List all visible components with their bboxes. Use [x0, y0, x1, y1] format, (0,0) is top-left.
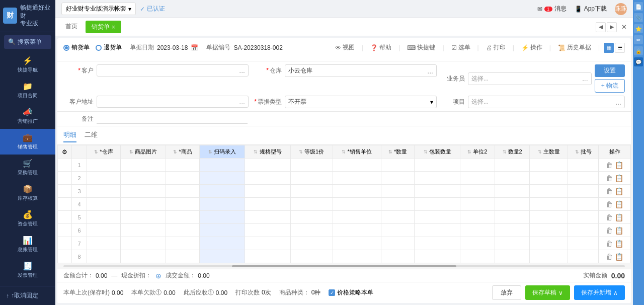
row-batch[interactable] [568, 211, 599, 224]
copy-row-icon[interactable]: 📋 [615, 161, 623, 169]
row-main-qty[interactable] [530, 198, 568, 211]
col-main-qty[interactable]: ⇅ 主数量 [530, 145, 568, 159]
row-batch[interactable] [568, 185, 599, 198]
remark-input[interactable] [97, 114, 248, 124]
row-warehouse[interactable] [87, 250, 121, 263]
row-main-qty[interactable] [530, 211, 568, 224]
row-unit2[interactable] [460, 185, 495, 198]
sidebar-item-purchase[interactable]: 🛒 采购管理 [0, 155, 55, 180]
row-warehouse[interactable] [87, 237, 121, 250]
col-qty2[interactable]: ⇅ 数量2 [495, 145, 530, 159]
row-sales-unit[interactable] [333, 250, 381, 263]
row-barcode[interactable] [200, 172, 245, 185]
sidebar-item-project[interactable]: 📁 项目合同 [0, 78, 55, 103]
delete-row-icon[interactable]: 🗑 [606, 174, 613, 182]
app-download-button[interactable]: 📱 App下载 [575, 5, 607, 13]
tab-home[interactable]: 首页 [59, 19, 84, 35]
row-price1[interactable] [290, 172, 333, 185]
save-draft-button[interactable]: 保存草稿 ∨ [525, 285, 570, 300]
discard-button[interactable]: 放弃 [492, 285, 521, 300]
toolbar-select-btn[interactable]: ☑ 选单 [448, 42, 473, 53]
row-spec[interactable] [245, 211, 290, 224]
row-package-qty[interactable] [415, 224, 460, 237]
row-product[interactable] [166, 224, 200, 237]
copy-row-icon[interactable]: 📋 [615, 187, 623, 195]
row-quantity[interactable] [381, 237, 415, 250]
row-barcode[interactable] [200, 237, 245, 250]
row-spec[interactable] [245, 224, 290, 237]
customer-input[interactable]: ... [97, 64, 249, 77]
row-warehouse[interactable] [87, 224, 121, 237]
row-quantity[interactable] [381, 185, 415, 198]
grid-view-btn[interactable]: ▦ [604, 43, 614, 53]
row-qty2[interactable] [495, 172, 530, 185]
row-qty2[interactable] [495, 250, 530, 263]
row-main-qty[interactable] [530, 172, 568, 185]
prev-tab-button[interactable]: ◀ [596, 22, 606, 32]
unpin-button[interactable]: ↑ ↑取消固定 [4, 289, 51, 302]
row-product-img[interactable] [120, 237, 166, 250]
row-spec[interactable] [245, 185, 290, 198]
toolbar-view-btn[interactable]: 👁 视图 [332, 42, 358, 53]
copy-row-icon[interactable]: 📋 [615, 240, 623, 248]
row-batch[interactable] [568, 224, 599, 237]
row-product-img[interactable] [120, 198, 166, 211]
copy-row-icon[interactable]: 📋 [615, 213, 623, 221]
row-quantity[interactable] [381, 172, 415, 185]
row-quantity[interactable] [381, 159, 415, 172]
invoice-select[interactable]: 不开票 ▾ [285, 96, 437, 108]
next-tab-button[interactable]: ▶ [607, 22, 617, 32]
tab-sales-order[interactable]: 销货单 × [86, 21, 121, 33]
tab-close-icon[interactable]: × [112, 24, 115, 31]
row-main-qty[interactable] [530, 237, 568, 250]
row-sales-unit[interactable] [333, 172, 381, 185]
right-panel-attach-icon[interactable]: 📎 [634, 13, 643, 22]
row-package-qty[interactable] [415, 172, 460, 185]
row-price1[interactable] [290, 224, 333, 237]
row-batch[interactable] [568, 237, 599, 250]
toolbar-ops-btn[interactable]: ⚡ 操作 [518, 42, 545, 53]
set-button[interactable]: 设置 [595, 64, 625, 77]
row-main-qty[interactable] [530, 224, 568, 237]
row-spec[interactable] [245, 198, 290, 211]
tab-mingxi[interactable]: 明细 [63, 128, 76, 142]
close-tab-button[interactable]: ✕ [619, 22, 629, 32]
delete-row-icon[interactable]: 🗑 [606, 200, 613, 208]
row-warehouse[interactable] [87, 211, 121, 224]
row-sales-unit[interactable] [333, 211, 381, 224]
row-price1[interactable] [290, 159, 333, 172]
row-unit2[interactable] [460, 237, 495, 250]
row-unit2[interactable] [460, 159, 495, 172]
row-price1[interactable] [290, 185, 333, 198]
col-barcode[interactable]: ⇅ 扫码录入 [200, 145, 245, 159]
row-quantity[interactable] [381, 224, 415, 237]
row-package-qty[interactable] [415, 185, 460, 198]
row-product-img[interactable] [120, 250, 166, 263]
row-package-qty[interactable] [415, 198, 460, 211]
radio-sales-order[interactable]: 销货单 [63, 43, 90, 52]
row-sales-unit[interactable] [333, 237, 381, 250]
price-policy-checkbox[interactable]: ✓ 价格策略本单 [329, 288, 373, 297]
company-selector[interactable]: 好业财专业版演示帐套 ▾ [61, 3, 136, 15]
col-warehouse[interactable]: ⇅ *仓库 [87, 145, 121, 159]
col-quantity[interactable]: ⇅ *数量 [381, 145, 415, 159]
row-spec[interactable] [245, 237, 290, 250]
warehouse-input[interactable]: 小云仓库 ... [285, 64, 437, 77]
scrollbar-thumb[interactable] [232, 265, 456, 267]
sidebar-item-invoice[interactable]: 🧾 发票管理 [0, 257, 55, 283]
row-warehouse[interactable] [87, 172, 121, 185]
row-quantity[interactable] [381, 211, 415, 224]
sidebar-item-quick-nav[interactable]: ⚡ 快捷导航 [0, 52, 55, 78]
row-barcode[interactable] [200, 250, 245, 263]
row-product[interactable] [166, 172, 200, 185]
row-product[interactable] [166, 237, 200, 250]
user-avatar[interactable]: 珠珠 [615, 3, 627, 15]
warehouse-dots[interactable]: ... [427, 67, 433, 75]
row-unit2[interactable] [460, 211, 495, 224]
row-price1[interactable] [290, 237, 333, 250]
row-sales-unit[interactable] [333, 185, 381, 198]
row-batch[interactable] [568, 172, 599, 185]
address-input[interactable]: ... [97, 96, 249, 108]
row-barcode[interactable] [200, 211, 245, 224]
row-barcode[interactable] [200, 159, 245, 172]
